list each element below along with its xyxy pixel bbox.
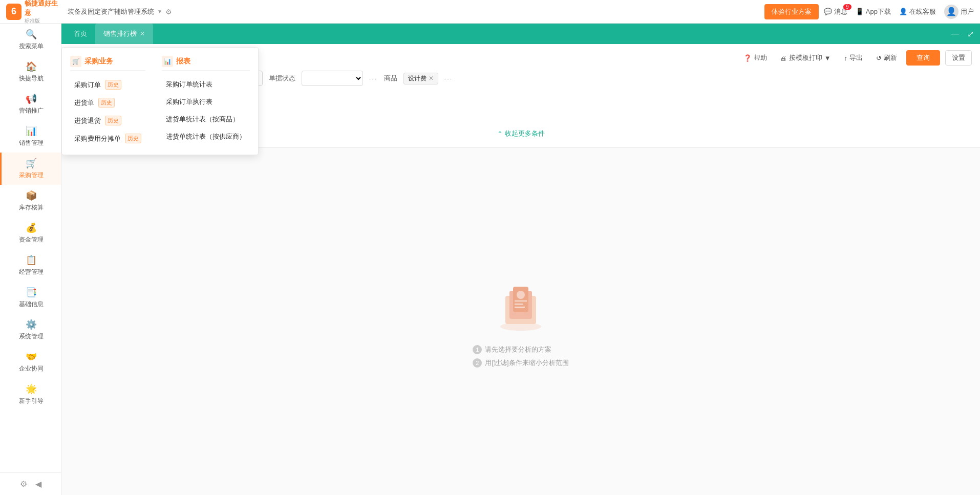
- coop-icon: 🤝: [26, 351, 37, 362]
- tab-sales-rank[interactable]: 销售排行榜 ✕: [95, 24, 153, 44]
- tip-num-1: 1: [473, 345, 482, 354]
- menu-item-incoming[interactable]: 进货单 历史: [70, 95, 145, 111]
- tab-sales-rank-label: 销售排行榜: [103, 29, 137, 38]
- operations-icon: 📋: [26, 254, 37, 266]
- purchase-section-label: 采购业务: [84, 57, 113, 66]
- sidebar-item-guide[interactable]: 🌟 新手引导: [0, 378, 61, 411]
- tip-text-2: 用[过滤]条件来缩小分析范围: [485, 358, 568, 368]
- sidebar-item-marketing[interactable]: 📢 营销推广: [0, 88, 61, 120]
- tab-maximize-button[interactable]: ⤢: [965, 27, 976, 41]
- sidebar: 🔍 搜索菜单 🏠 快捷导航 📢 营销推广 📊 销售管理 🛒 采购管理 📦 库存核…: [0, 24, 61, 495]
- menu-item-purchase-order[interactable]: 采购订单 历史: [70, 77, 145, 93]
- sidebar-label-search: 搜索菜单: [19, 42, 44, 51]
- tab-minimize-button[interactable]: —: [949, 27, 961, 41]
- sales-icon: 📊: [26, 125, 37, 137]
- menu-item-return[interactable]: 进货退货 历史: [70, 113, 145, 128]
- report-section-title: 📊 报表: [162, 56, 250, 71]
- collapse-label: 收起更多条件: [505, 129, 545, 138]
- sidebar-bottom: ⚙ ◀: [0, 472, 61, 495]
- menu-item-order-stats[interactable]: 采购订单统计表: [162, 77, 250, 92]
- goods-more[interactable]: ···: [444, 75, 453, 82]
- sidebar-label-guide: 新手引导: [19, 397, 44, 405]
- tab-home[interactable]: 首页: [66, 24, 95, 44]
- collapse-up-icon: ⌃: [497, 130, 503, 138]
- print-button[interactable]: 🖨 按模板打印 ▼: [776, 51, 835, 64]
- system-title-area: 装备及固定资产辅助管理系统 ▼ ⚙: [68, 7, 759, 16]
- menu-item-supplier-stats[interactable]: 进货单统计表（按供应商）: [162, 129, 250, 144]
- inventory-icon: 📦: [26, 190, 37, 201]
- sidebar-item-purchase[interactable]: 🛒 采购管理: [0, 153, 61, 185]
- expense-history: 历史: [125, 134, 141, 143]
- report-section-label: 报表: [176, 57, 190, 66]
- sidebar-item-search[interactable]: 🔍 搜索菜单: [0, 24, 61, 56]
- sidebar-label-finance: 资金管理: [19, 235, 44, 244]
- tab-bar: 首页 销售排行榜 ✕ — ⤢: [61, 24, 980, 44]
- sidebar-item-quicknav[interactable]: 🏠 快捷导航: [0, 56, 61, 88]
- query-button[interactable]: 查询: [906, 50, 940, 66]
- empty-tips: 1 请先选择要分析的方案 2 用[过滤]条件来缩小分析范围: [473, 345, 568, 368]
- svg-rect-3: [513, 287, 528, 312]
- search-icon: 🔍: [26, 29, 37, 40]
- svg-point-4: [517, 291, 525, 299]
- return-label: 进货退货: [74, 116, 101, 125]
- user-button[interactable]: 👤 用户: [944, 5, 974, 19]
- user-label: 用户: [961, 7, 974, 16]
- doc-status-more[interactable]: ···: [369, 75, 378, 82]
- menu-item-goods-stats[interactable]: 进货单统计表（按商品）: [162, 112, 250, 127]
- logo-icon: 6: [6, 4, 22, 20]
- print-icon: 🖨: [780, 54, 787, 62]
- message-button[interactable]: 💬 消息 9: [824, 7, 847, 16]
- sidebar-collapse-button[interactable]: ◀: [33, 477, 44, 491]
- system-icon: ⚙️: [26, 319, 37, 330]
- tab-close-sales-rank[interactable]: ✕: [140, 30, 145, 37]
- purchase-section-icon: 🛒: [70, 56, 81, 67]
- refresh-button[interactable]: ↺ 刷新: [872, 51, 901, 64]
- incoming-history: 历史: [98, 98, 115, 107]
- help-button[interactable]: ❓ 帮助: [739, 51, 771, 64]
- sidebar-label-inventory: 库存核算: [19, 203, 44, 212]
- system-title: 装备及固定资产辅助管理系统: [68, 7, 154, 16]
- empty-illustration: [490, 275, 551, 337]
- sidebar-item-sales[interactable]: 📊 销售管理: [0, 120, 61, 153]
- report-section: 📊 报表 采购订单统计表 采购订单执行表 进货单统计表（按商品） 进货单统计表（…: [162, 56, 250, 146]
- sidebar-item-baseinfo[interactable]: 📑 基础信息: [0, 282, 61, 314]
- sidebar-label-quicknav: 快捷导航: [19, 74, 44, 83]
- app-label: App下载: [866, 7, 891, 16]
- settings-button[interactable]: 设置: [945, 50, 972, 66]
- phone-icon: 📱: [856, 8, 864, 15]
- help-icon: ❓: [743, 54, 752, 62]
- logo-text-area: 畅捷通好生意 标准版: [25, 0, 62, 25]
- sidebar-label-baseinfo: 基础信息: [19, 300, 44, 309]
- online-service-button[interactable]: 👤 在线客服: [899, 7, 936, 16]
- sidebar-label-sales: 销售管理: [19, 139, 44, 147]
- order-exec-label: 采购订单执行表: [166, 97, 212, 106]
- title-dropdown-arrow[interactable]: ▼: [157, 9, 162, 14]
- purchase-order-label: 采购订单: [74, 80, 101, 90]
- sidebar-item-finance[interactable]: 💰 资金管理: [0, 217, 61, 249]
- doc-status-label: 单据状态: [269, 74, 295, 83]
- sidebar-item-inventory[interactable]: 📦 库存核算: [0, 185, 61, 217]
- expense-label: 采购费用分摊单: [74, 134, 121, 143]
- industry-button[interactable]: 体验行业方案: [764, 4, 819, 19]
- supplier-stats-label: 进货单统计表（按供应商）: [166, 132, 246, 141]
- app-download-button[interactable]: 📱 App下载: [856, 7, 891, 16]
- menu-item-expense[interactable]: 采购费用分摊单 历史: [70, 131, 145, 146]
- guide-icon: 🌟: [26, 383, 37, 395]
- export-button[interactable]: ↑ 导出: [840, 51, 867, 64]
- sidebar-settings-button[interactable]: ⚙: [18, 477, 29, 491]
- sidebar-item-coop[interactable]: 🤝 企业协同: [0, 346, 61, 378]
- print-arrow-icon: ▼: [824, 54, 831, 62]
- settings-icon[interactable]: ⚙: [165, 8, 172, 16]
- sidebar-item-operations[interactable]: 📋 经营管理: [0, 249, 61, 282]
- top-right: 💬 消息 9 📱 App下载 👤 在线客服 👤 用户: [824, 5, 974, 19]
- avatar: 👤: [944, 5, 958, 19]
- content-area: 首页 销售排行榜 ✕ — ⤢ ❓ 帮助 🖨 按模板打印: [61, 24, 980, 495]
- message-icon: 💬: [824, 8, 832, 15]
- purchase-section-title: 🛒 采购业务: [70, 56, 145, 71]
- sidebar-item-system[interactable]: ⚙️ 系统管理: [0, 314, 61, 346]
- goods-tag-close[interactable]: ✕: [429, 75, 434, 82]
- doc-status-select[interactable]: [302, 71, 363, 86]
- logo-text-main: 畅捷通好生意: [25, 0, 62, 17]
- online-label: 在线客服: [909, 7, 936, 16]
- menu-item-order-exec[interactable]: 采购订单执行表: [162, 94, 250, 110]
